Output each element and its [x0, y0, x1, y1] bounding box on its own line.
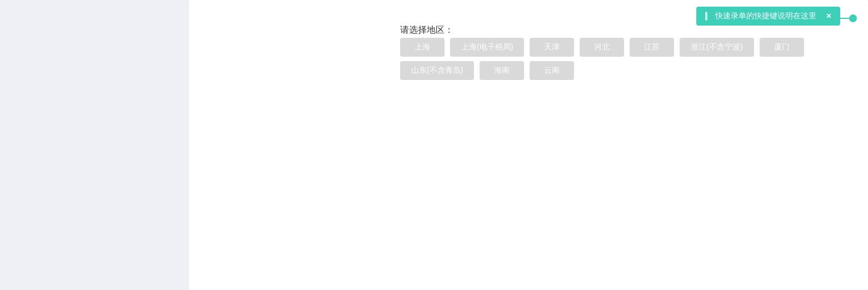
region-btn-hebei[interactable]: 河北: [580, 38, 624, 57]
tooltip-text: 快速录单的快捷键说明在这里: [715, 11, 816, 21]
region-buttons-row2: 山东(不含青岛) 海南 云南: [400, 61, 574, 80]
tooltip-connector-dot: [849, 14, 857, 22]
main-content: 请选择地区： 上海 上海(电子税局) 天津 河北 江苏 浙江(不含宁波) 厦门 …: [189, 0, 868, 290]
tooltip-banner: 快速录单的快捷键说明在这里 ×: [696, 7, 840, 26]
tooltip-close-button[interactable]: ×: [826, 11, 831, 21]
left-sidebar: [0, 0, 189, 290]
tooltip-bar-icon: [705, 12, 707, 21]
region-btn-yunnan[interactable]: 云南: [530, 61, 574, 80]
region-btn-shanghai-etax[interactable]: 上海(电子税局): [450, 38, 524, 57]
region-buttons-row1: 上海 上海(电子税局) 天津 河北 江苏 浙江(不含宁波) 厦门: [400, 38, 804, 57]
region-btn-hainan[interactable]: 海南: [480, 61, 524, 80]
tooltip-connector-line: [840, 18, 849, 19]
region-btn-zhejiang[interactable]: 浙江(不含宁波): [680, 38, 754, 57]
region-btn-jiangsu[interactable]: 江苏: [630, 38, 674, 57]
region-btn-xiamen[interactable]: 厦门: [760, 38, 804, 57]
page-title: 请选择地区：: [400, 24, 453, 36]
region-btn-tianjin[interactable]: 天津: [530, 38, 574, 57]
region-btn-shandong[interactable]: 山东(不含青岛): [400, 61, 474, 80]
region-btn-shanghai[interactable]: 上海: [400, 38, 445, 57]
